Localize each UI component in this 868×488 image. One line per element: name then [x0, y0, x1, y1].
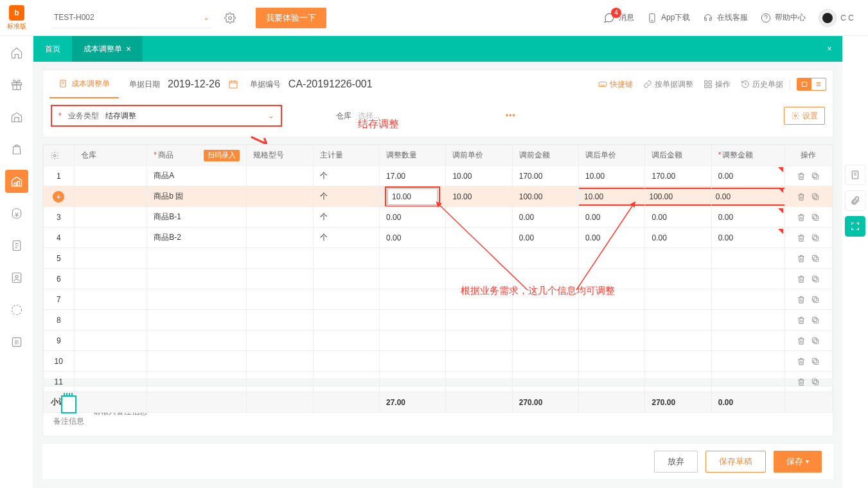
warehouse-cell[interactable]: [74, 330, 147, 351]
nav-report-icon[interactable]: [5, 234, 28, 257]
user-menu[interactable]: C C: [812, 6, 860, 30]
spec-cell[interactable]: [247, 330, 313, 351]
col-post-price[interactable]: 调后单价: [579, 145, 645, 166]
help-center[interactable]: 帮助中心: [754, 6, 812, 30]
qty-cell[interactable]: [380, 269, 446, 289]
nav-gift-icon[interactable]: [5, 73, 28, 96]
col-product[interactable]: *商品扫码录入: [147, 145, 247, 166]
product-cell[interactable]: [147, 330, 247, 351]
post-amt-cell[interactable]: 0.00: [645, 228, 711, 248]
warehouse-cell[interactable]: [74, 310, 147, 330]
delete-row-icon[interactable]: [797, 254, 806, 263]
post-amt-cell[interactable]: [645, 310, 711, 330]
post-price-cell[interactable]: [579, 372, 645, 392]
warehouse-cell[interactable]: [74, 207, 147, 228]
product-cell[interactable]: 商品A: [147, 166, 247, 186]
adj-amount-cell[interactable]: [711, 248, 784, 269]
product-cell[interactable]: [147, 289, 247, 310]
product-cell[interactable]: [147, 372, 247, 392]
qty-cell[interactable]: [380, 310, 446, 330]
uom-cell[interactable]: [313, 269, 379, 289]
app-download[interactable]: App下载: [641, 6, 696, 30]
delete-row-icon[interactable]: [797, 233, 806, 242]
nav-finance-icon[interactable]: [5, 202, 28, 225]
save-button[interactable]: 保存▾: [774, 451, 822, 473]
close-icon[interactable]: ×: [126, 44, 131, 54]
spec-cell[interactable]: [247, 372, 313, 392]
uom-cell[interactable]: 个: [313, 207, 379, 228]
fullscreen-icon[interactable]: [845, 216, 865, 237]
gear-icon[interactable]: [220, 8, 240, 28]
view-list-icon[interactable]: [811, 78, 826, 90]
copy-row-icon[interactable]: [811, 316, 820, 325]
delete-row-icon[interactable]: [797, 213, 806, 222]
discard-button[interactable]: 放弃: [654, 451, 698, 473]
copy-row-icon[interactable]: [811, 377, 820, 386]
post-amt-cell[interactable]: [645, 351, 711, 372]
delete-row-icon[interactable]: [797, 192, 806, 201]
attachment-icon[interactable]: [845, 190, 865, 211]
org-select[interactable]: TEST-H002 ⌄: [51, 8, 212, 28]
post-price-cell[interactable]: [579, 269, 645, 289]
adj-amount-cell[interactable]: [711, 330, 784, 351]
delete-row-icon[interactable]: [797, 377, 806, 386]
col-pre-amount[interactable]: 调前金额: [512, 145, 578, 166]
settings-button[interactable]: 设置: [784, 107, 825, 125]
copy-row-icon[interactable]: [811, 213, 820, 222]
delete-row-icon[interactable]: [797, 357, 806, 366]
product-cell[interactable]: [147, 351, 247, 372]
copy-row-icon[interactable]: [811, 233, 820, 242]
uom-cell[interactable]: [313, 372, 379, 392]
col-spec[interactable]: 规格型号: [247, 145, 313, 166]
col-adjust-qty[interactable]: 调整数量: [380, 145, 446, 166]
delete-row-icon[interactable]: [797, 316, 806, 325]
warehouse-cell[interactable]: [74, 228, 147, 248]
post-price-cell[interactable]: [579, 310, 645, 330]
tab-current[interactable]: 成本调整单 ×: [72, 36, 143, 62]
col-post-amount[interactable]: 调后金额: [645, 145, 711, 166]
warehouse-cell[interactable]: [74, 289, 147, 310]
table-row[interactable]: 11: [44, 372, 833, 392]
table-row[interactable]: 5: [44, 248, 833, 269]
spec-cell[interactable]: [247, 310, 313, 330]
add-row-icon[interactable]: +: [53, 191, 64, 203]
nav-bag-icon[interactable]: [5, 138, 28, 161]
history-button[interactable]: 历史单据: [736, 79, 788, 90]
table-row[interactable]: 3商品B-1个0.000.000.000.000.00: [44, 207, 833, 228]
uom-cell[interactable]: 个: [313, 228, 379, 248]
uom-cell[interactable]: [313, 351, 379, 372]
adj-amount-cell[interactable]: 0.00: [711, 228, 784, 248]
warehouse-cell[interactable]: [74, 269, 147, 289]
product-cell[interactable]: 商品B-2: [147, 228, 247, 248]
copy-row-icon[interactable]: [811, 254, 820, 263]
copy-row-icon[interactable]: [811, 192, 820, 201]
delete-row-icon[interactable]: [797, 336, 806, 345]
product-cell[interactable]: [147, 310, 247, 330]
col-pre-price[interactable]: 调前单价: [446, 145, 512, 166]
copy-row-icon[interactable]: [811, 295, 820, 304]
uom-cell[interactable]: 个: [313, 186, 379, 207]
table-row[interactable]: 8: [44, 310, 833, 330]
post-amt-cell[interactable]: [645, 330, 711, 351]
nav-contacts-icon[interactable]: [5, 266, 28, 289]
table-row[interactable]: 6: [44, 269, 833, 289]
post-amt-cell[interactable]: 170.00: [645, 166, 711, 186]
date-value[interactable]: 2019-12-26: [168, 78, 220, 90]
tab-home[interactable]: 首页: [33, 36, 72, 62]
post-price-cell[interactable]: [579, 289, 645, 310]
spec-cell[interactable]: [247, 289, 313, 310]
table-row[interactable]: 7: [44, 289, 833, 310]
qty-cell[interactable]: [380, 372, 446, 392]
uom-cell[interactable]: [313, 248, 379, 269]
adj-amount-cell[interactable]: [711, 289, 784, 310]
business-type-select[interactable]: * 业务类型 结存调整 ⌄: [51, 105, 282, 127]
spec-cell[interactable]: [247, 269, 313, 289]
adj-amount-cell[interactable]: [711, 351, 784, 372]
post-price-input[interactable]: 10.00: [584, 192, 603, 201]
warehouse-cell[interactable]: [74, 372, 147, 392]
adj-amount-cell[interactable]: 0.00: [711, 207, 784, 228]
post-price-cell[interactable]: [579, 248, 645, 269]
more-fields-icon[interactable]: •••: [506, 111, 516, 120]
spec-cell[interactable]: [247, 207, 313, 228]
post-amt-cell[interactable]: 0.00: [645, 207, 711, 228]
